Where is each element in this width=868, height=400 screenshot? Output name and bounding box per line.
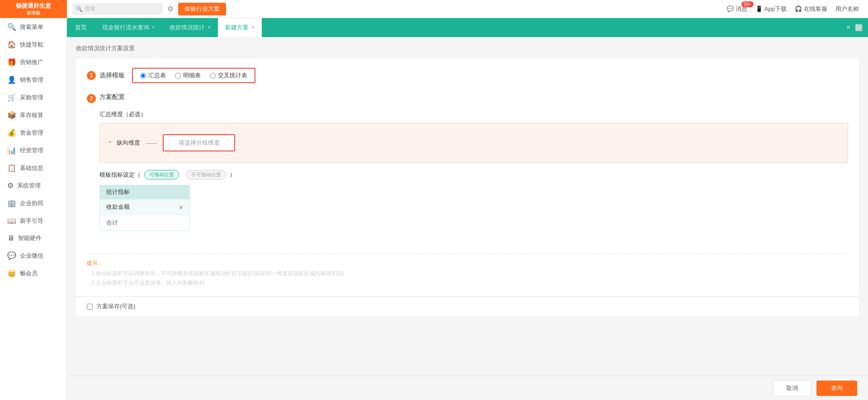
metrics-label-text: 模板指标设定（: [99, 171, 141, 179]
hint-title: 提示：: [87, 259, 848, 267]
vertical-dim-label: 纵向维度: [117, 139, 140, 147]
search-placeholder: 搜索: [85, 5, 95, 13]
radio-detail-input[interactable]: [175, 73, 181, 79]
download-label: App下载: [764, 5, 787, 13]
sidebar-item-guide[interactable]: 📖 新手引导: [0, 212, 66, 230]
config-card: 1 选择模板 汇总表 明细表: [76, 59, 859, 296]
cancel-button[interactable]: 取消: [773, 380, 811, 396]
metrics-section: 模板指标设定（ 可拖动位置 不可拖动位置 ） 统计指标: [99, 170, 848, 231]
radio-detail[interactable]: 明细表: [175, 71, 201, 80]
tab-cashflow[interactable]: 现金银行流水查询 ×: [95, 18, 162, 37]
hint-item-2: 2.点击标题栏下拉可设置排序、插入列和删除列: [87, 279, 848, 287]
radio-cross[interactable]: 交叉统计表: [210, 71, 247, 80]
tab-home[interactable]: 首页: [67, 18, 95, 37]
sidebar-item-member[interactable]: 👑 畅会员: [0, 264, 66, 282]
sidebar-item-sales[interactable]: 👤 销售管理: [0, 71, 66, 89]
arrow-right-icon: ——: [146, 140, 157, 146]
logo-sub: 标准版: [27, 10, 40, 16]
save-checkbox[interactable]: [87, 304, 93, 310]
purchase-icon: 🛒: [7, 93, 16, 102]
nav-icon: 🏠: [7, 40, 16, 49]
metrics-table: 统计指标 收款金额 ∨ 合计: [99, 185, 190, 231]
step1-row: 1 选择模板 汇总表 明细表: [87, 68, 848, 83]
dimension-section: 汇总维度（必选） * 纵向维度 —— 请选择分组维度: [99, 110, 848, 163]
tab-cashflow-close[interactable]: ×: [152, 24, 155, 31]
wechat-icon: 💬: [7, 251, 16, 260]
sidebar: 🔍 搜索菜单 🏠 快捷导航 🎁 营销推广 👤 销售管理 🛒 采购管理 📦: [0, 18, 67, 400]
step1-label: 选择模板: [99, 71, 125, 80]
sidebar-item-basic[interactable]: 📋 基础信息: [0, 159, 66, 177]
chevron-down-icon: ∨: [179, 204, 183, 210]
collab-icon: 🏢: [7, 199, 16, 207]
dimension-select-button[interactable]: 请选择分组维度: [163, 134, 235, 151]
notification-area[interactable]: 💬 消息 99+: [726, 5, 747, 13]
notif-badge: 99+: [741, 1, 754, 7]
metrics-table-total-row: 合计: [100, 215, 189, 231]
tab-receipts[interactable]: 收款情况统计 ×: [162, 18, 218, 37]
inventory-icon: 📦: [7, 111, 16, 119]
sales-icon: 👤: [7, 75, 16, 84]
tab-receipts-close[interactable]: ×: [208, 24, 211, 31]
metrics-table-header: 统计指标: [100, 185, 189, 199]
radio-cross-input[interactable]: [210, 73, 216, 79]
non-draggable-tag: 不可拖动位置: [186, 170, 226, 179]
tab-new-plan[interactable]: 新建方案 ×: [218, 18, 262, 37]
radio-summary-input[interactable]: [140, 73, 146, 79]
trial-button[interactable]: 体验行业方案: [178, 3, 226, 15]
guide-icon: 📖: [7, 216, 16, 225]
maximize-icon[interactable]: ⬜: [855, 24, 863, 31]
step2-num: 2: [87, 94, 96, 103]
radio-summary[interactable]: 汇总表: [140, 71, 166, 80]
logo: 畅捷通好生意 标准版: [0, 0, 67, 18]
sidebar-item-marketing[interactable]: 🎁 营销推广: [0, 53, 66, 71]
page-content: 收款情况统计方案设置 1 选择模板 汇总表: [67, 37, 868, 376]
download-icon: 📱: [755, 5, 763, 12]
service-area[interactable]: 🎧 在线客服: [795, 5, 827, 13]
basic-icon: 📋: [7, 164, 16, 172]
close-window-icon[interactable]: ×: [846, 24, 850, 32]
sidebar-item-nav[interactable]: 🏠 快捷导航: [0, 36, 66, 53]
step1-num: 1: [87, 71, 96, 80]
required-star: *: [109, 140, 111, 146]
hardware-icon: 🖥: [7, 234, 14, 242]
draggable-tag: 可拖动位置: [144, 170, 179, 179]
sidebar-item-search[interactable]: 🔍 搜索菜单: [0, 18, 66, 36]
search-bar[interactable]: 🔍 搜索: [72, 3, 163, 15]
settings-icon[interactable]: ⚙: [167, 5, 174, 13]
service-icon: 🎧: [795, 5, 802, 12]
sidebar-item-wechat[interactable]: 💬 企业微信: [0, 247, 66, 264]
step2-label: 方案配置: [99, 93, 125, 101]
footer-save-section: 方案保存(可选): [76, 296, 859, 316]
logo-text: 畅捷通好生意: [16, 2, 51, 10]
step2-row: 2 方案配置: [87, 93, 848, 103]
topbar-right: 💬 消息 99+ 📱 App下载 🎧 在线客服 用户名称: [726, 5, 868, 13]
col-header-label: 收款金额: [106, 203, 130, 211]
tab-bar: 首页 现金银行流水查询 × 收款情况统计 × 新建方案 × × ⬜: [67, 18, 868, 37]
sidebar-item-collab[interactable]: 🏢 企业协同: [0, 194, 66, 212]
message-icon: 💬: [726, 5, 734, 12]
tab-new-plan-close[interactable]: ×: [251, 24, 255, 31]
marketing-icon: 🎁: [7, 58, 16, 66]
member-icon: 👑: [7, 269, 16, 278]
dimension-box: * 纵向维度 —— 请选择分组维度: [99, 123, 848, 163]
sidebar-item-purchase[interactable]: 🛒 采购管理: [0, 89, 66, 106]
management-icon: 📊: [7, 146, 16, 155]
sidebar-item-system[interactable]: ⚙ 系统管理: [0, 177, 66, 194]
sidebar-item-inventory[interactable]: 📦 库存核算: [0, 106, 66, 124]
hint-item-1: 1.拖动标题栏可以调整布局，不可跨维度或指标区域拖动栏目字段(只能在同一维度或指…: [87, 270, 848, 278]
metrics-label-row: 模板指标设定（ 可拖动位置 不可拖动位置 ）: [99, 170, 848, 179]
sidebar-item-hardware[interactable]: 🖥 智能硬件: [0, 230, 66, 247]
sidebar-item-finance[interactable]: 💰 资金管理: [0, 124, 66, 141]
save-label: 方案保存(可选): [96, 302, 136, 311]
hint-section: 提示： 1.拖动标题栏可以调整布局，不可跨维度或指标区域拖动栏目字段(只能在同一…: [87, 254, 848, 287]
user-name: 用户名称: [835, 5, 859, 13]
download-area[interactable]: 📱 App下载: [755, 5, 787, 13]
finance-icon: 💰: [7, 128, 16, 137]
service-label: 在线客服: [804, 5, 827, 13]
sidebar-item-management[interactable]: 📊 经营管理: [0, 141, 66, 159]
tab-window-controls: × ⬜: [846, 18, 868, 37]
action-bar: 取消 查询: [67, 376, 868, 400]
search-menu-icon: 🔍: [7, 23, 16, 31]
query-button[interactable]: 查询: [816, 381, 857, 396]
metrics-col-header-row[interactable]: 收款金额 ∨: [100, 199, 189, 215]
